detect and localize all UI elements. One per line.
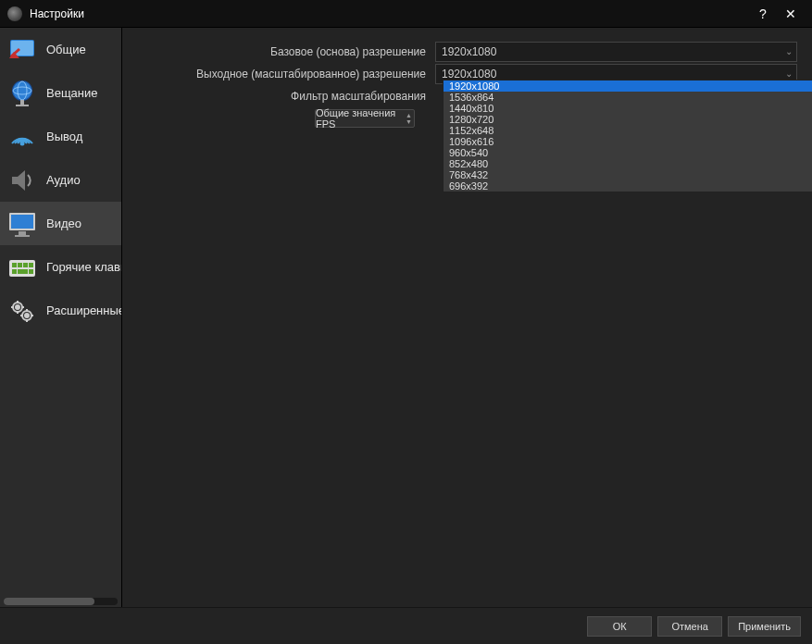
- svg-rect-10: [11, 215, 33, 229]
- svg-point-22: [16, 305, 19, 309]
- fps-label: Общие значения FPS: [316, 107, 414, 130]
- base-resolution-value: 1920x1080: [442, 45, 496, 58]
- svg-rect-30: [26, 319, 28, 322]
- sidebar-item-label: Расширенные: [46, 303, 121, 317]
- fps-combo[interactable]: Общие значения FPS ▲▼: [315, 109, 415, 128]
- svg-rect-17: [29, 263, 33, 267]
- svg-rect-25: [17, 301, 19, 303]
- svg-rect-11: [19, 231, 26, 235]
- sidebar-item-label: Видео: [46, 217, 81, 230]
- spinner-icon[interactable]: ▲▼: [406, 112, 412, 125]
- resolution-option[interactable]: 960x540: [443, 147, 812, 158]
- resolution-option[interactable]: 852x480: [443, 158, 812, 169]
- chevron-down-icon: ⌄: [785, 68, 793, 79]
- sidebar-item-label: Вывод: [46, 130, 82, 143]
- cancel-button[interactable]: Отмена: [657, 616, 722, 637]
- signal-icon: [6, 120, 39, 154]
- sidebar-item-advanced[interactable]: Расширенные: [0, 289, 121, 332]
- sidebar-item-label: Общие: [46, 43, 86, 56]
- sidebar: Общие Вещание Вывод Аудио Видео: [0, 28, 122, 607]
- resolution-option[interactable]: 1152x648: [443, 125, 812, 136]
- titlebar: Настройки ? ✕: [0, 0, 812, 28]
- content-area: Базовое (основа) разрешение 1920x1080 ⌄ …: [122, 28, 812, 607]
- sidebar-item-general[interactable]: Общие: [0, 28, 121, 71]
- scrollbar-thumb[interactable]: [4, 598, 94, 605]
- svg-rect-29: [26, 309, 28, 312]
- resolution-option[interactable]: 1280x720: [443, 114, 812, 125]
- svg-rect-28: [21, 306, 24, 308]
- svg-rect-15: [18, 263, 22, 267]
- filter-label: Фильтр масштабирования: [130, 90, 435, 103]
- sidebar-item-label: Аудио: [46, 173, 81, 187]
- footer: ОК Отмена Применить: [0, 607, 812, 644]
- svg-rect-32: [31, 315, 33, 316]
- svg-rect-26: [17, 311, 19, 314]
- globe-icon: [6, 77, 39, 110]
- svg-rect-19: [18, 269, 28, 274]
- svg-rect-14: [12, 263, 17, 267]
- ok-button[interactable]: ОК: [587, 616, 652, 637]
- app-icon: [7, 6, 22, 21]
- help-button[interactable]: ?: [749, 6, 777, 21]
- gear-icon: [6, 33, 39, 67]
- sidebar-item-hotkeys[interactable]: Горячие клавиши: [0, 245, 121, 289]
- sidebar-item-label: Горячие клавиши: [46, 260, 121, 274]
- sidebar-item-stream[interactable]: Вещание: [0, 71, 121, 115]
- svg-rect-13: [9, 260, 35, 277]
- svg-rect-18: [12, 269, 17, 274]
- svg-rect-16: [23, 263, 28, 267]
- svg-rect-27: [11, 306, 14, 308]
- svg-rect-12: [15, 235, 30, 237]
- svg-rect-7: [16, 105, 29, 106]
- sidebar-item-video[interactable]: Видео: [0, 202, 121, 245]
- resolution-option[interactable]: 1536x864: [443, 92, 812, 103]
- chevron-down-icon: ⌄: [785, 46, 793, 56]
- svg-rect-31: [20, 315, 23, 316]
- svg-point-8: [20, 141, 25, 145]
- svg-rect-20: [29, 269, 33, 274]
- gears-icon: [6, 294, 39, 328]
- svg-point-3: [13, 81, 31, 100]
- resolution-option[interactable]: 768x432: [443, 169, 812, 180]
- svg-point-24: [25, 314, 29, 317]
- sidebar-scrollbar[interactable]: [4, 598, 118, 605]
- keyboard-icon: [6, 251, 39, 284]
- monitor-icon: [6, 207, 39, 241]
- apply-button[interactable]: Применить: [728, 616, 801, 637]
- window-title: Настройки: [30, 7, 749, 20]
- base-resolution-label: Базовое (основа) разрешение: [130, 45, 435, 58]
- resolution-option[interactable]: 1096x616: [443, 136, 812, 147]
- sidebar-item-audio[interactable]: Аудио: [0, 158, 121, 202]
- resolution-dropdown: 1920x10801536x8641440x8101280x7201152x64…: [443, 80, 812, 192]
- close-button[interactable]: ✕: [777, 6, 805, 21]
- base-resolution-combo[interactable]: 1920x1080 ⌄: [435, 42, 797, 62]
- output-resolution-label: Выходное (масштабированное) разрешение: [130, 68, 435, 80]
- sidebar-item-label: Вещание: [46, 86, 98, 100]
- speaker-icon: [6, 164, 39, 197]
- resolution-option[interactable]: 696x392: [443, 180, 812, 192]
- sidebar-item-output[interactable]: Вывод: [0, 115, 121, 158]
- resolution-option[interactable]: 1920x1080: [443, 80, 812, 92]
- resolution-option[interactable]: 1440x810: [443, 103, 812, 114]
- output-resolution-value: 1920x1080: [442, 68, 496, 80]
